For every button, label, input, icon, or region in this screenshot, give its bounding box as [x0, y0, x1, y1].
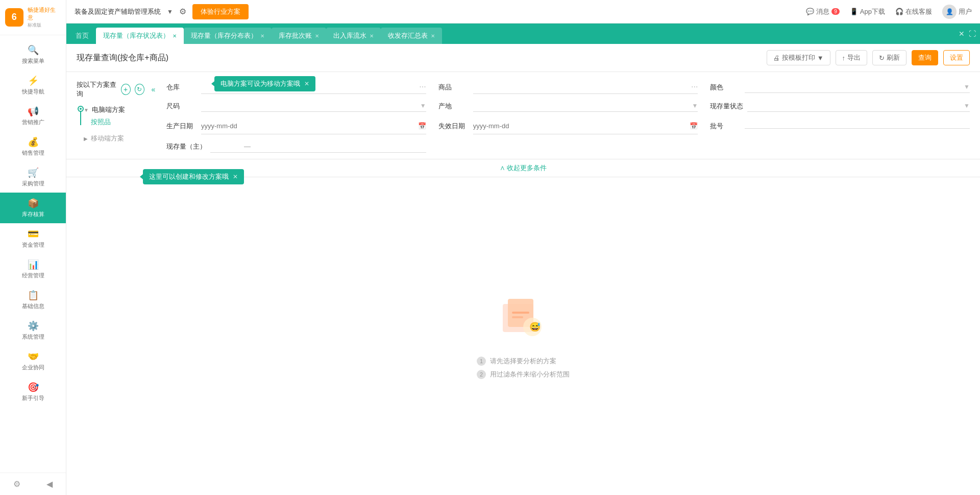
- warehouse-dots[interactable]: ···: [419, 82, 426, 91]
- close-tab-collect-send[interactable]: ✕: [431, 33, 435, 39]
- sidebar-item-guide[interactable]: 🎯 新手引导: [0, 376, 66, 407]
- stock-main-from[interactable]: [210, 143, 241, 150]
- collapse-sidebar-btn[interactable]: ◀: [46, 479, 53, 489]
- empty-step-1: 1 请先选择要分析的方案: [477, 357, 570, 366]
- stock-main-to[interactable]: [254, 143, 284, 150]
- desktop-scheme-item[interactable]: ▼ 电脑端方案: [84, 104, 158, 116]
- stock-main-filter: 现存量（主） —: [166, 140, 426, 153]
- settings-footer-btn[interactable]: ⚙: [13, 479, 20, 489]
- color-filter: 颜色 ▼: [710, 80, 970, 94]
- export-button[interactable]: ↑ 导出: [836, 50, 868, 65]
- color-dropdown-icon[interactable]: ▼: [964, 83, 970, 90]
- filter-refresh-button[interactable]: ↻: [135, 84, 144, 95]
- tooltip-desktop: 电脑方案可设为移动方案哦 ✕: [214, 76, 315, 91]
- close-tooltip-edit[interactable]: ✕: [233, 173, 238, 180]
- filter-header: 按以下方案查询 + ↻ «: [77, 80, 158, 99]
- production-date-calendar-icon[interactable]: 📅: [418, 122, 426, 130]
- stock-status-dropdown-icon[interactable]: ▼: [964, 102, 970, 109]
- desktop-expand-icon: ▼: [84, 107, 89, 113]
- close-tab-inventory-dist[interactable]: ✕: [260, 33, 264, 39]
- page-header: 现存量查询(按仓库+商品) 🖨 按模板打印 ▼ ↑ 导出 ↻ 刷新: [66, 44, 980, 72]
- sidebar-item-marketing[interactable]: 📢 营销推广: [0, 101, 66, 131]
- logo-text: 畅捷通好生意 标准版: [28, 6, 61, 29]
- svg-rect-2: [512, 312, 529, 314]
- empty-step-2: 2 用过滤条件来缩小分析范围: [477, 370, 570, 379]
- goods-filter: 商品 ···: [438, 80, 698, 94]
- main-content: 装备及固定资产辅助管理系统 ▼ ⚙ 体验行业方案 💬 消息 9 📱 App下载 …: [66, 0, 980, 495]
- print-button[interactable]: 🖨 按模板打印 ▼: [767, 50, 830, 65]
- expiry-date-start[interactable]: [473, 120, 688, 132]
- refresh-button[interactable]: ↻ 刷新: [872, 50, 906, 65]
- print-dropdown-icon: ▼: [817, 54, 824, 62]
- filter-tree: ▼ 电脑端方案 按照品 ▶: [84, 104, 158, 143]
- maximize-icon[interactable]: ⛶: [969, 30, 976, 38]
- tab-inventory-dist[interactable]: 现存量（库存分布表） ✕: [184, 28, 272, 44]
- close-tab-batch-ledger[interactable]: ✕: [315, 33, 319, 39]
- expiry-date-calendar-icon[interactable]: 📅: [690, 122, 698, 130]
- system-name: 装备及固定资产辅助管理系统: [75, 7, 161, 16]
- sidebar-item-quick[interactable]: ⚡ 快捷导航: [0, 70, 66, 101]
- tab-inventory-status[interactable]: 现存量（库存状况表） ✕: [96, 28, 184, 44]
- page-content: 现存量查询(按仓库+商品) 🖨 按模板打印 ▼ ↑ 导出 ↻ 刷新: [66, 44, 980, 495]
- experience-button[interactable]: 体验行业方案: [192, 4, 249, 19]
- sidebar-item-operations[interactable]: 📊 经营管理: [0, 254, 66, 285]
- system-dropdown[interactable]: ▼: [167, 8, 173, 15]
- sidebar-item-system[interactable]: ⚙️ 系统管理: [0, 315, 66, 346]
- tab-end-controls: ✕ ⛶: [959, 30, 978, 38]
- production-date-filter: 生产日期 📅: [166, 118, 426, 134]
- guide-icon: 🎯: [28, 382, 39, 393]
- sidebar-item-sales[interactable]: 💰 销售管理: [0, 131, 66, 162]
- user-action[interactable]: 👤 用户: [942, 5, 972, 19]
- page-title: 现存量查询(按仓库+商品): [77, 53, 168, 63]
- sales-icon: 💰: [28, 136, 39, 148]
- inventory-icon: 📦: [28, 198, 39, 209]
- sidebar-item-enterprise[interactable]: 🤝 企业协同: [0, 346, 66, 376]
- sidebar-item-search[interactable]: 🔍 搜索菜单: [0, 39, 66, 70]
- production-date-start[interactable]: [201, 120, 416, 132]
- tab-batch-ledger[interactable]: 库存批次账 ✕: [272, 28, 326, 44]
- sidebar-nav: 🔍 搜索菜单 ⚡ 快捷导航 📢 营销推广 💰 销售管理 🛒 采购管理 📦: [0, 35, 66, 473]
- basic-icon: 📋: [28, 290, 39, 301]
- app-download-action[interactable]: 📱 App下载: [850, 7, 885, 16]
- enterprise-icon: 🤝: [28, 351, 39, 362]
- close-tab-inventory-status[interactable]: ✕: [173, 33, 177, 39]
- filter-back-button[interactable]: «: [149, 84, 158, 95]
- page-actions: 🖨 按模板打印 ▼ ↑ 导出 ↻ 刷新 查询: [767, 50, 970, 65]
- settings-gear-icon[interactable]: ⚙: [179, 7, 186, 16]
- mobile-scheme-item[interactable]: ▶ 移动端方案: [84, 132, 158, 143]
- stock-main-separator: —: [244, 143, 251, 150]
- logo-icon: 6: [5, 8, 23, 27]
- goods-dots[interactable]: ···: [691, 82, 698, 91]
- sidebar-item-finance[interactable]: 💳 资金管理: [0, 223, 66, 254]
- tab-collect-send[interactable]: 收发存汇总表 ✕: [381, 28, 442, 44]
- expiry-date-filter: 失效日期 📅: [438, 118, 698, 134]
- online-support-action[interactable]: 🎧 在线客服: [895, 7, 932, 16]
- scheme-by-product-item[interactable]: 按照品: [91, 116, 158, 128]
- filter-add-button[interactable]: +: [121, 84, 131, 95]
- message-icon: 💬: [806, 8, 814, 15]
- close-all-tabs-icon[interactable]: ✕: [959, 30, 965, 38]
- origin-dropdown-icon[interactable]: ▼: [692, 102, 698, 109]
- sidebar-item-basic[interactable]: 📋 基础信息: [0, 285, 66, 315]
- phone-icon: 📱: [850, 8, 858, 15]
- operations-icon: 📊: [28, 259, 39, 270]
- close-tooltip-desktop[interactable]: ✕: [304, 80, 309, 87]
- tab-home[interactable]: 首页: [68, 28, 96, 44]
- export-icon: ↑: [842, 54, 846, 62]
- svg-text:😅: 😅: [529, 321, 541, 333]
- tab-in-out-flow[interactable]: 出入库流水 ✕: [326, 28, 381, 44]
- query-button[interactable]: 查询: [912, 50, 938, 65]
- sidebar-item-purchase[interactable]: 🛒 采购管理: [0, 162, 66, 193]
- tooltip-edit: 这里可以创建和修改方案哦 ✕: [143, 169, 244, 184]
- top-header: 装备及固定资产辅助管理系统 ▼ ⚙ 体验行业方案 💬 消息 9 📱 App下载 …: [66, 0, 980, 23]
- header-right: 💬 消息 9 📱 App下载 🎧 在线客服 👤 用户: [806, 5, 972, 19]
- logo: 6 畅捷通好生意 标准版: [0, 0, 66, 35]
- settings-button[interactable]: 设置: [943, 50, 970, 65]
- messages-action[interactable]: 💬 消息 9: [806, 7, 840, 16]
- close-tab-in-out-flow[interactable]: ✕: [370, 33, 374, 39]
- system-icon: ⚙️: [28, 320, 39, 332]
- size-dropdown-icon[interactable]: ▼: [420, 102, 426, 109]
- size-filter: 尺码 ▼: [166, 100, 426, 112]
- sidebar-item-inventory[interactable]: 📦 库存核算: [0, 193, 66, 223]
- batch-filter: 批号: [710, 118, 970, 134]
